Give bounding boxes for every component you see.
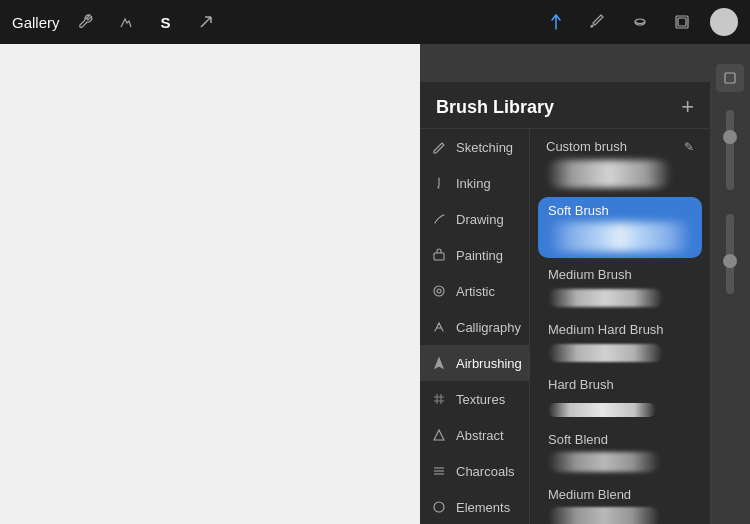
textures-icon — [430, 390, 448, 408]
svg-rect-4 — [434, 253, 444, 260]
sketching-icon — [430, 138, 448, 156]
brush-preview-medium-hard-brush — [548, 344, 663, 362]
svg-point-9 — [434, 502, 444, 512]
category-sidebar: Sketching Inking Drawing — [420, 129, 530, 524]
category-label: Elements — [456, 500, 510, 515]
category-elements[interactable]: Elements — [420, 489, 529, 524]
gallery-button[interactable]: Gallery — [12, 14, 60, 31]
brush-library-panel: Brush Library + Sketching Inking — [420, 82, 710, 524]
undo-button[interactable] — [716, 64, 744, 92]
category-label: Charcoals — [456, 464, 515, 479]
elements-icon — [430, 498, 448, 516]
svg-rect-3 — [725, 73, 735, 83]
charcoals-icon — [430, 462, 448, 480]
category-label: Drawing — [456, 212, 504, 227]
brush-item-medium-hard-brush[interactable]: Medium Hard Brush — [538, 316, 702, 368]
topbar-right — [542, 8, 738, 36]
svg-marker-8 — [434, 430, 444, 440]
right-controls — [710, 44, 750, 524]
wrench-icon[interactable] — [72, 8, 100, 36]
calligraphy-icon — [430, 318, 448, 336]
artistic-icon — [430, 282, 448, 300]
canvas-area: Brush Library + Sketching Inking — [0, 44, 750, 524]
airbrushing-icon — [430, 354, 448, 372]
layers-icon[interactable] — [668, 8, 696, 36]
brush-name-soft-blend: Soft Blend — [548, 432, 692, 447]
custom-brush-preview — [546, 160, 672, 188]
brush-item-medium-brush[interactable]: Medium Brush — [538, 261, 702, 313]
opacity-thumb[interactable] — [723, 130, 737, 144]
category-painting[interactable]: Painting — [420, 237, 529, 273]
category-sketching[interactable]: Sketching — [420, 129, 529, 165]
abstract-icon — [430, 426, 448, 444]
brush-item-medium-blend[interactable]: Medium Blend — [538, 481, 702, 524]
brush-name-medium-brush: Medium Brush — [548, 267, 692, 282]
brush-preview-hard-brush — [548, 403, 656, 417]
custom-brush-preview-container — [538, 158, 702, 194]
category-charcoals[interactable]: Charcoals — [420, 453, 529, 489]
category-calligraphy[interactable]: Calligraphy — [420, 309, 529, 345]
brush-item-hard-brush[interactable]: Hard Brush — [538, 371, 702, 423]
svg-point-5 — [434, 286, 444, 296]
svg-point-6 — [437, 289, 441, 293]
category-label: Textures — [456, 392, 505, 407]
custom-brush-header: Custom brush ✎ — [538, 129, 702, 158]
painting-icon — [430, 246, 448, 264]
brush-library-header: Brush Library + — [420, 82, 710, 129]
brush-item-soft-brush[interactable]: Soft Brush — [538, 197, 702, 258]
category-drawing[interactable]: Drawing — [420, 201, 529, 237]
category-label: Inking — [456, 176, 491, 191]
brush-name-medium-hard-brush: Medium Hard Brush — [548, 322, 692, 337]
category-airbrushing[interactable]: Airbrushing — [420, 345, 529, 381]
pencil-brush-icon[interactable] — [542, 8, 570, 36]
brush-name-medium-blend: Medium Blend — [548, 487, 692, 502]
category-label: Calligraphy — [456, 320, 521, 335]
arrow-icon[interactable] — [192, 8, 220, 36]
brush-item-soft-blend[interactable]: Soft Blend — [538, 426, 702, 478]
brush-preview-soft-blend — [548, 452, 660, 472]
add-brush-button[interactable]: + — [681, 96, 694, 118]
brush-list: Custom brush ✎ Soft Brush Medium Brush — [530, 129, 710, 524]
category-textures[interactable]: Textures — [420, 381, 529, 417]
brush-preview-medium-brush — [548, 289, 663, 307]
brush-name-soft-brush: Soft Brush — [548, 203, 692, 218]
brush-library-title: Brush Library — [436, 97, 554, 118]
opacity-slider[interactable] — [726, 110, 734, 190]
modify-icon[interactable] — [112, 8, 140, 36]
topbar: Gallery S — [0, 0, 750, 44]
inking-icon — [430, 174, 448, 192]
avatar[interactable] — [710, 8, 738, 36]
paintbrush-icon[interactable] — [584, 8, 612, 36]
category-inking[interactable]: Inking — [420, 165, 529, 201]
custom-brush-label: Custom brush — [546, 139, 627, 154]
smudge-icon[interactable] — [626, 8, 654, 36]
brush-library-content: Sketching Inking Drawing — [420, 129, 710, 524]
category-artistic[interactable]: Artistic — [420, 273, 529, 309]
svg-marker-7 — [435, 358, 443, 368]
category-label: Sketching — [456, 140, 513, 155]
category-abstract[interactable]: Abstract — [420, 417, 529, 453]
svg-rect-2 — [678, 18, 686, 26]
s-tool-icon[interactable]: S — [152, 8, 180, 36]
size-thumb[interactable] — [723, 254, 737, 268]
category-label: Airbrushing — [456, 356, 522, 371]
topbar-left: Gallery S — [12, 8, 220, 36]
drawing-icon — [430, 210, 448, 228]
size-slider[interactable] — [726, 214, 734, 294]
brush-preview-medium-blend — [548, 507, 660, 524]
canvas-paper[interactable] — [0, 44, 420, 524]
brush-name-hard-brush: Hard Brush — [548, 377, 692, 392]
brush-preview-soft-brush — [548, 222, 692, 252]
category-label: Artistic — [456, 284, 495, 299]
category-label: Abstract — [456, 428, 504, 443]
custom-brush-edit[interactable]: ✎ — [684, 140, 694, 154]
category-label: Painting — [456, 248, 503, 263]
